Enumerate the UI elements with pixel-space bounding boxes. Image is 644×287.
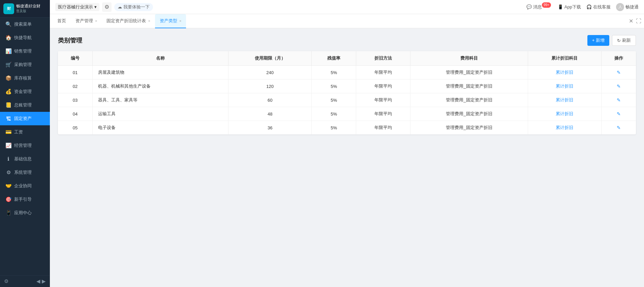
sales-icon: 📊 [5, 48, 11, 54]
company-selector[interactable]: 医疗器械行业演示 ▾ [55, 3, 99, 11]
sidebar-item-system[interactable]: ⚙ 系统管理 [0, 166, 50, 179]
edit-icon[interactable]: ✎ [617, 97, 621, 103]
cell-residual: 5% [312, 93, 356, 107]
sidebar-item-label: 销售管理 [14, 48, 32, 54]
cell-accumulated[interactable]: 累计折旧 [528, 107, 601, 121]
table: 编号 名称 使用期限（月） 残值率 折旧方法 费用科目 累计折旧科目 操作 01… [58, 51, 636, 134]
cell-id: 01 [58, 66, 92, 79]
sidebar-item-ledger[interactable]: 📒 总账管理 [0, 98, 50, 112]
col-action: 操作 [601, 51, 636, 66]
user-menu[interactable]: 人 畅捷通 [616, 3, 639, 11]
cell-period: 60 [228, 93, 312, 107]
expand-icon[interactable]: ⛶ [636, 18, 641, 24]
message-button[interactable]: 💬 消息 99+ [526, 4, 552, 10]
cell-name: 房屋及建筑物 [92, 66, 228, 79]
table-row: 02 机器、机械和其他生产设备 120 5% 年限平均 管理费用_固定资产折旧 … [58, 79, 636, 93]
edit-icon[interactable]: ✎ [617, 111, 621, 117]
sidebar-item-app-center[interactable]: 📱 应用中心 [0, 206, 50, 220]
sidebar-item-guide[interactable]: 🎯 新手引导 [0, 193, 50, 206]
main-area: 医疗器械行业演示 ▾ ⚙ ☁ 我要体验一下 💬 消息 99+ 📱 App下载 🎧… [50, 0, 644, 287]
cell-period: 240 [228, 66, 312, 79]
cell-method: 年限平均 [356, 121, 410, 135]
cell-accumulated[interactable]: 累计折旧 [528, 121, 601, 135]
cell-period: 48 [228, 107, 312, 121]
tab-asset-mgmt[interactable]: 资产管理 × [71, 14, 102, 28]
sidebar-item-purchase[interactable]: 🛒 采购管理 [0, 58, 50, 71]
settings-icon[interactable]: ⚙ [4, 278, 8, 284]
message-icon: 💬 [526, 4, 532, 9]
cell-accumulated[interactable]: 累计折旧 [528, 66, 601, 79]
cell-method: 年限平均 [356, 93, 410, 107]
customer-service-button[interactable]: 🎧 在线客服 [586, 4, 611, 10]
col-residual: 残值率 [312, 51, 356, 66]
sidebar-footer: ⚙ ◀ ▶ [0, 275, 50, 287]
edit-icon[interactable]: ✎ [617, 70, 621, 75]
quick-nav-icon: 🏠 [5, 35, 11, 41]
sidebar-item-enterprise[interactable]: 🤝 企业协同 [0, 179, 50, 193]
sidebar-item-fixed-assets[interactable]: 🏗 固定资产 [0, 112, 50, 125]
sidebar-item-label: 系统管理 [14, 169, 32, 176]
edit-icon[interactable]: ✎ [617, 125, 621, 130]
experience-button[interactable]: ☁ 我要体验一下 [114, 3, 153, 11]
guide-icon: 🎯 [5, 196, 11, 202]
table-row: 04 运输工具 48 5% 年限平均 管理费用_固定资产折旧 累计折旧 ✎ [58, 107, 636, 121]
table-row: 05 电子设备 36 5% 年限平均 管理费用_固定资产折旧 累计折旧 ✎ [58, 121, 636, 135]
search-icon: 🔍 [5, 21, 11, 27]
cell-action: ✎ [601, 79, 636, 93]
sidebar-item-business[interactable]: 📈 经营管理 [0, 139, 50, 152]
download-icon: 📱 [558, 4, 563, 9]
topbar-left: 医疗器械行业演示 ▾ ⚙ ☁ 我要体验一下 [55, 2, 522, 12]
sidebar-item-basic-info[interactable]: ℹ 基础信息 [0, 152, 50, 166]
sidebar-item-inventory[interactable]: 📦 库存核算 [0, 71, 50, 85]
basic-info-icon: ℹ [5, 156, 11, 162]
sidebar-item-search[interactable]: 🔍 搜索菜单 [0, 18, 50, 31]
cell-name: 电子设备 [92, 121, 228, 135]
sidebar-item-quick-nav[interactable]: 🏠 快捷导航 [0, 31, 50, 44]
cell-method: 年限平均 [356, 107, 410, 121]
tab-home[interactable]: 首页 [53, 14, 71, 28]
tab-fixed-asset-report-label: 固定资产折旧统计表 [106, 18, 146, 24]
tab-fixed-asset-report-close[interactable]: × [148, 19, 150, 23]
avatar: 人 [616, 3, 624, 11]
cell-id: 02 [58, 79, 92, 93]
tab-fixed-asset-report[interactable]: 固定资产折旧统计表 × [102, 14, 155, 28]
tab-asset-type-close[interactable]: × [179, 19, 181, 23]
cell-action: ✎ [601, 93, 636, 107]
cell-period: 36 [228, 121, 312, 135]
enterprise-icon: 🤝 [5, 183, 11, 189]
cell-expense: 管理费用_固定资产折旧 [410, 107, 528, 121]
table-body: 01 房屋及建筑物 240 5% 年限平均 管理费用_固定资产折旧 累计折旧 ✎… [58, 66, 636, 135]
content-area: 类别管理 + 新增 ↻ 刷新 编号 名称 使用期限（月） 残值率 折旧方法 [50, 28, 644, 287]
cell-method: 年限平均 [356, 66, 410, 79]
edit-icon[interactable]: ✎ [617, 84, 621, 89]
settings-button[interactable]: ⚙ [102, 2, 112, 12]
sidebar-item-sales[interactable]: 📊 销售管理 [0, 44, 50, 58]
refresh-button[interactable]: ↻ 刷新 [612, 35, 636, 46]
header-actions: + 新增 ↻ 刷新 [587, 35, 636, 46]
app-download-button[interactable]: 📱 App下载 [558, 4, 581, 10]
cell-action: ✎ [601, 107, 636, 121]
col-accumulated: 累计折旧科目 [528, 51, 601, 66]
app-version: 普及版 [16, 9, 40, 13]
sidebar-item-label: 企业协同 [14, 183, 32, 189]
tab-asset-mgmt-close[interactable]: × [95, 19, 97, 23]
col-period: 使用期限（月） [228, 51, 312, 66]
col-id: 编号 [58, 51, 92, 66]
cell-accumulated[interactable]: 累计折旧 [528, 93, 601, 107]
sidebar-item-funds[interactable]: 💰 资金管理 [0, 85, 50, 98]
collapse-icon[interactable]: ◀ ▶ [36, 278, 46, 284]
sidebar-item-label: 基础信息 [14, 156, 32, 162]
sidebar-item-payroll[interactable]: 💳 工资 [0, 125, 50, 139]
company-name: 医疗器械行业演示 [58, 4, 93, 10]
cell-accumulated[interactable]: 累计折旧 [528, 79, 601, 93]
page-title: 类别管理 [58, 36, 82, 44]
cell-name: 运输工具 [92, 107, 228, 121]
cell-expense: 管理费用_固定资产折旧 [410, 93, 528, 107]
business-icon: 📈 [5, 142, 11, 149]
funds-icon: 💰 [5, 89, 11, 95]
new-button[interactable]: + 新增 [587, 35, 609, 46]
sidebar-item-label: 固定资产 [14, 116, 32, 122]
tabbar: 首页 资产管理 × 固定资产折旧统计表 × 资产类型 × ✕ ⛶ [50, 14, 644, 28]
tab-asset-type[interactable]: 资产类型 × [155, 14, 186, 28]
close-tab-icon[interactable]: ✕ [629, 18, 633, 24]
